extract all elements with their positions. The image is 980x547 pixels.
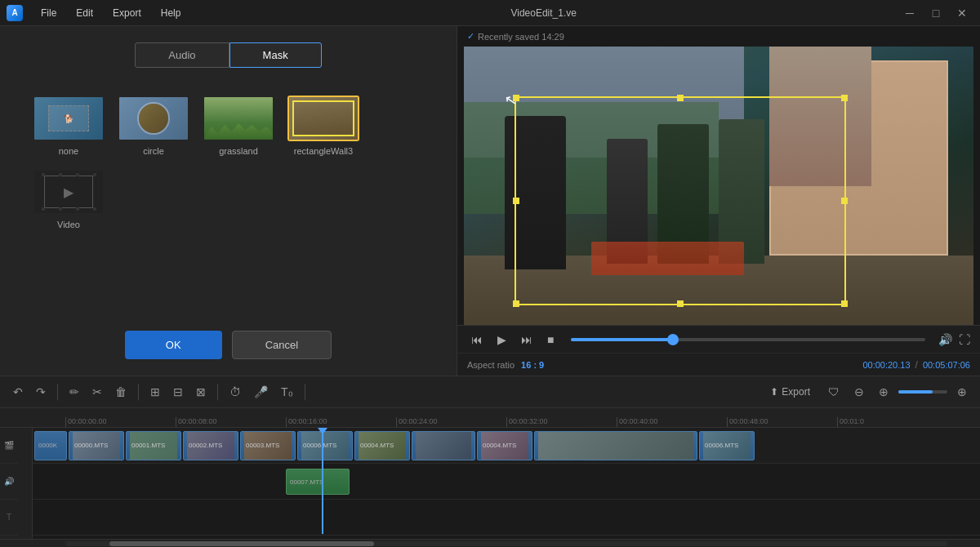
toolbar-separator-2 xyxy=(138,384,139,400)
mic-button[interactable]: 🎤 xyxy=(249,382,273,402)
menu-items: File Edit Export Help xyxy=(33,4,189,22)
close-button[interactable]: ✕ xyxy=(951,3,973,23)
ruler-mark-5: 00:00:40:00 xyxy=(617,417,727,427)
video-preview[interactable]: ↖ xyxy=(464,47,973,325)
dialog-buttons: OK Cancel xyxy=(16,306,440,359)
track-icon-video: 🎬 xyxy=(0,428,18,464)
clip-00003[interactable]: 00003.MTS xyxy=(240,431,296,460)
clip-0000k[interactable]: 0000K xyxy=(34,431,67,460)
minimize-button[interactable]: ─ xyxy=(898,3,921,23)
dialog-tabs: Audio Mask xyxy=(16,42,440,68)
zoom-slider[interactable] xyxy=(898,390,947,394)
controls-bar: ⏮ ▶ ⏭ ■ 🔊 ⛶ xyxy=(457,325,980,353)
progress-thumb[interactable] xyxy=(667,334,679,345)
pen-button[interactable]: ✏ xyxy=(65,382,84,402)
video-frame: ↖ xyxy=(464,47,973,325)
scrollbar-thumb[interactable] xyxy=(109,541,374,546)
menu-export[interactable]: Export xyxy=(105,4,149,22)
zoom-out-button[interactable]: ⊖ xyxy=(849,382,869,402)
export-button[interactable]: ⬆ Export xyxy=(762,383,818,401)
split-button[interactable]: ⊞ xyxy=(145,382,165,402)
toolbar-separator-1 xyxy=(57,384,58,400)
mask-label-none: none xyxy=(59,146,78,156)
timeline-ruler: 00:00:00.00 00:00:08:00 00:00:16:00 00:0… xyxy=(0,408,980,428)
clip-00006a[interactable]: 00006.MTS xyxy=(297,431,353,460)
right-toolbar-icons: ⬆ Export 🛡 ⊖ ⊕ ⊕ xyxy=(762,382,972,402)
mask-item-circle[interactable]: circle xyxy=(118,96,189,156)
progress-fill xyxy=(571,338,670,341)
cut-button[interactable]: ✂ xyxy=(87,382,107,402)
clip-00001[interactable]: 00001.MTS xyxy=(126,431,181,460)
clip-00004a[interactable]: 00004.MTS xyxy=(354,431,410,460)
timeline-tracks: 🎬 🔊 T 0000K xyxy=(0,428,980,539)
mask-item-none[interactable]: 🐕 none xyxy=(33,96,105,156)
volume-icon: 🔊 xyxy=(938,333,952,346)
title-bar: A File Edit Export Help VideoEdit_1.ve ─… xyxy=(0,0,980,26)
shield-button[interactable]: 🛡 xyxy=(823,382,844,402)
ruler-mark-3: 00:00:24:00 xyxy=(396,417,506,427)
zoom-fill xyxy=(898,390,933,394)
title-bar-left: A File Edit Export Help xyxy=(7,4,189,22)
tab-mask[interactable]: Mask xyxy=(229,42,322,68)
add-track-button[interactable]: ⊕ xyxy=(952,382,972,402)
mask-label-circle: circle xyxy=(143,146,164,156)
text-button[interactable]: T₀ xyxy=(276,382,298,402)
ok-button[interactable]: OK xyxy=(125,331,222,359)
export-icon: ⬆ xyxy=(770,386,778,398)
fullscreen-button[interactable]: ⛶ xyxy=(959,333,970,346)
clip-00006b[interactable]: 00006.MTS xyxy=(699,431,755,460)
clip-00004b[interactable]: 00004.MTS xyxy=(477,431,532,460)
toolbar-separator-4 xyxy=(305,384,305,400)
ruler-mark-4: 00:00:32:00 xyxy=(506,417,617,427)
tab-audio[interactable]: Audio xyxy=(135,42,229,68)
track-icon-audio: 🔊 xyxy=(0,464,18,500)
time-total: 00:05:07:06 xyxy=(923,360,970,370)
play-button[interactable]: ▶ xyxy=(493,331,510,349)
scrollbar-track[interactable] xyxy=(65,541,947,546)
clip-more[interactable] xyxy=(534,431,697,460)
menu-edit[interactable]: Edit xyxy=(68,4,101,22)
clip-00002[interactable]: 00002.MTS xyxy=(183,431,238,460)
ruler-mark-7: 00:01:0 xyxy=(837,417,947,427)
timeline-scrollbar[interactable] xyxy=(0,539,980,547)
delete-button[interactable]: 🗑 xyxy=(110,382,131,402)
stop-button[interactable]: ■ xyxy=(543,331,558,349)
zoom-in-button[interactable]: ⊕ xyxy=(874,382,893,402)
mask-grid: 🐕 none circle xyxy=(16,87,440,238)
grid-button[interactable]: ⊠ xyxy=(191,382,211,402)
menu-file[interactable]: File xyxy=(33,4,65,22)
progress-slider[interactable] xyxy=(571,338,925,341)
ruler-mark-0: 00:00:00.00 xyxy=(65,417,176,427)
main-area: Audio Mask 🐕 none xyxy=(0,26,980,376)
clip-group[interactable] xyxy=(412,431,475,460)
menu-help[interactable]: Help xyxy=(153,4,189,22)
undo-button[interactable]: ↶ xyxy=(8,382,28,402)
mask-item-video[interactable]: ▶ xyxy=(33,169,105,229)
maximize-button[interactable]: □ xyxy=(924,3,947,23)
right-panel: ✓ Recently saved 14:29 xyxy=(457,26,980,376)
app-logo: A xyxy=(7,5,23,21)
trim-button[interactable]: ⊟ xyxy=(168,382,188,402)
audio-track: 00007.MTS xyxy=(33,464,980,500)
aspect-ratio-bar: Aspect ratio 16 : 9 00:00:20.13 / 00:05:… xyxy=(457,353,980,376)
zoom-slider-wrap xyxy=(898,390,947,394)
track-icon-extra: T xyxy=(0,500,18,536)
mask-thumb-none: 🐕 xyxy=(33,96,105,141)
saved-status: ✓ Recently saved 14:29 xyxy=(457,26,980,47)
tracks-area[interactable]: 0000K 00000.MTS 00001.MTS 00002.MTS 0000 xyxy=(33,428,980,539)
mask-thumb-grassland xyxy=(203,96,274,141)
rewind-button[interactable]: ⏮ xyxy=(467,331,487,349)
ruler-mark-6: 00:00:48:00 xyxy=(727,417,837,427)
clock-button[interactable]: ⏱ xyxy=(225,382,246,402)
mask-item-grassland[interactable]: grassland xyxy=(203,96,274,156)
cancel-button[interactable]: Cancel xyxy=(232,331,332,359)
mask-thumb-video: ▶ xyxy=(33,169,105,215)
forward-button[interactable]: ⏭ xyxy=(517,331,537,349)
clip-00000[interactable]: 00000.MTS xyxy=(69,431,124,460)
time-current: 00:00:20.13 xyxy=(862,360,910,370)
window-title: VideoEdit_1.ve xyxy=(510,7,577,19)
mask-item-rectanglewall3[interactable]: rectangleWall3 xyxy=(287,96,359,156)
redo-button[interactable]: ↷ xyxy=(31,382,51,402)
mask-thumb-circle xyxy=(118,96,189,141)
audio-clip[interactable]: 00007.MTS xyxy=(286,469,350,495)
